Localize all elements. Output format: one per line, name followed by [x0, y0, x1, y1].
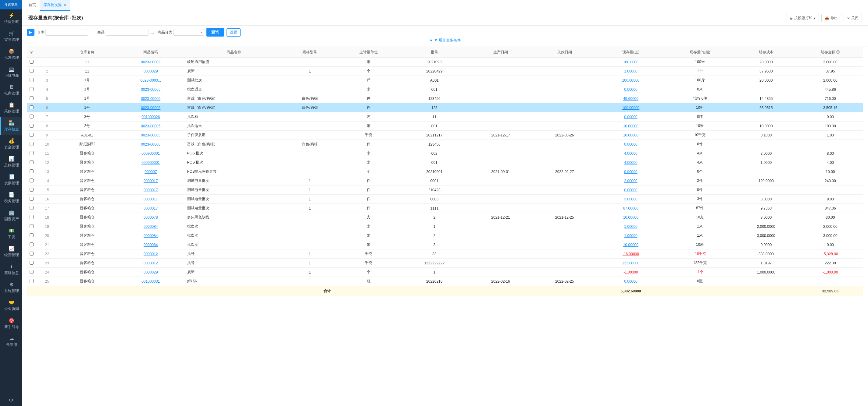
- tab-close-icon[interactable]: ✕: [63, 3, 66, 7]
- row-qty-main[interactable]: 122.00000: [596, 259, 665, 268]
- row-goods-code[interactable]: 0000012: [116, 259, 185, 268]
- sidebar-item-small-ecom[interactable]: 💻 小额电商: [0, 63, 22, 81]
- sidebar-item-retail[interactable]: 🛒 零售管理: [0, 27, 22, 45]
- row-qty-main[interactable]: 87.00000: [596, 204, 665, 213]
- row-qty-main[interactable]: 2.00000: [596, 176, 665, 185]
- table-row[interactable]: 8 2号 0023-00005 批次适当 米 001 10.00000 10米 …: [27, 122, 863, 131]
- row-goods-code[interactable]: 0000084: [116, 222, 185, 231]
- expand-conditions[interactable]: ▼ ▼ 展开更多条件: [27, 37, 863, 44]
- row-qty-main[interactable]: 1.00000: [596, 222, 665, 231]
- search-button[interactable]: 查询: [207, 28, 224, 37]
- table-row[interactable]: 19 晋客粮仓 0000084 批次次 米 1 1.00000 1米 2,000…: [27, 222, 863, 231]
- row-checkbox[interactable]: [27, 222, 36, 231]
- row-goods-code[interactable]: 000097: [116, 167, 185, 176]
- row-checkbox[interactable]: [27, 240, 36, 249]
- table-row[interactable]: 25 晋客粮仓 001000031 鲜鸡A 瓶 20220216 2022-02…: [27, 277, 863, 286]
- sidebar-item-biz-mgmt[interactable]: 📈 经营管理: [0, 243, 22, 261]
- row-goods-code[interactable]: 0023-00005: [116, 85, 185, 94]
- sidebar-item-payroll[interactable]: 💵 工资: [0, 225, 22, 243]
- close-button[interactable]: ✕ 关闭: [844, 14, 862, 22]
- sidebar-item-inventory[interactable]: 🏪 库存核查: [0, 117, 22, 135]
- row-qty-main[interactable]: 100.0000: [596, 58, 665, 67]
- row-qty-main[interactable]: -1.00000: [596, 268, 665, 277]
- row-qty-main[interactable]: 10.00000: [596, 131, 665, 140]
- table-row[interactable]: 21 晋客粮仓 0000084 批次次 米 3 10.00000 10米 0.0…: [27, 240, 863, 249]
- sidebar-item-fixed-assets[interactable]: 🏢 固定资产: [0, 207, 22, 225]
- row-qty-main[interactable]: 49.60000: [596, 94, 665, 103]
- row-checkbox[interactable]: [27, 131, 36, 140]
- row-goods-code[interactable]: 0023-00005: [116, 122, 185, 131]
- row-qty-main[interactable]: 10.00000: [596, 213, 665, 222]
- row-goods-code[interactable]: 0000084: [116, 240, 185, 249]
- table-row[interactable]: 22 晋客粮仓 0000012 批号 1 千克 33 -16.00000 -16…: [27, 249, 863, 259]
- row-checkbox[interactable]: [27, 149, 36, 158]
- table-row[interactable]: 12 晋客粮仓 000900001 POS 批次 米 001 4.00000 4…: [27, 158, 863, 167]
- sidebar-logo[interactable]: 搜索菜单: [0, 0, 22, 9]
- goods-input[interactable]: [106, 29, 149, 36]
- row-checkbox[interactable]: [27, 176, 36, 185]
- expand-button[interactable]: ▶: [27, 29, 34, 36]
- row-qty-main[interactable]: 0.00000: [596, 277, 665, 286]
- row-goods-code[interactable]: 0000029: [116, 268, 185, 277]
- table-row[interactable]: 24 晋客粮仓 0000029 展际 1 个 1 -1.00000 -1个 1,…: [27, 268, 863, 277]
- table-row[interactable]: 10 测试选择2 0023-00008 富诚（白色/奶棕） 白色/奶棕 件 12…: [27, 140, 863, 149]
- row-qty-main[interactable]: 0.00000: [596, 112, 665, 122]
- row-qty-main[interactable]: 10.00000: [596, 122, 665, 131]
- row-goods-code[interactable]: 0023-00005: [116, 131, 185, 140]
- row-checkbox[interactable]: [27, 277, 36, 286]
- table-row[interactable]: 7 2号 001000026 批次框 吨 11 0.00000 0吨 0.00: [27, 112, 863, 122]
- row-goods-code[interactable]: 0000078: [116, 213, 185, 222]
- row-checkbox[interactable]: [27, 67, 36, 76]
- sidebar-item-quick-nav[interactable]: ⚡ 快捷导航: [0, 9, 22, 27]
- row-goods-code[interactable]: 001000026: [116, 112, 185, 122]
- table-row[interactable]: 3 1号 0023-0000... 测试批次 斤 A001 100.00000 …: [27, 76, 863, 85]
- row-goods-code[interactable]: 0000017: [116, 204, 185, 213]
- sidebar-item-new-guide[interactable]: 🎯 新手引导: [0, 315, 22, 333]
- warehouse-input[interactable]: [45, 29, 88, 36]
- settings-button[interactable]: 设置: [226, 28, 241, 37]
- row-qty-main[interactable]: 100.00000: [596, 76, 665, 85]
- table-row[interactable]: 2 11 0000029 展际 1 个 20220429 1.00000 1个 …: [27, 67, 863, 76]
- tab-home[interactable]: 首页: [25, 0, 40, 11]
- table-row[interactable]: 9 A01-01 0023-00005 子件保质期 千克 20211217 20…: [27, 131, 863, 140]
- row-goods-code[interactable]: 0023-00009: [116, 58, 185, 67]
- row-checkbox[interactable]: [27, 94, 36, 103]
- category-select[interactable]: [174, 29, 204, 36]
- row-goods-code[interactable]: 0000084: [116, 231, 185, 240]
- table-row[interactable]: 15 晋客粮仓 0000017 测试电量批次 1 件 210423 0.0000…: [27, 185, 863, 195]
- row-goods-code[interactable]: 0000012: [116, 249, 185, 259]
- table-row[interactable]: 5 1号 0023-00005 富诚（白色/奶棕） 白色/奶棕 件 123456…: [27, 94, 863, 103]
- row-goods-code[interactable]: 0000017: [116, 185, 185, 195]
- table-row[interactable]: 17 晋客粮仓 0000017 测试电量批次 1 件 1111 87.00000…: [27, 204, 863, 213]
- row-qty-main[interactable]: 0.00000: [596, 185, 665, 195]
- row-goods-code[interactable]: 0023-00008: [116, 103, 185, 112]
- sidebar-item-basic-info[interactable]: ℹ 基础信息: [0, 261, 22, 279]
- row-checkbox[interactable]: [27, 195, 36, 204]
- row-qty-main[interactable]: -16.00000: [596, 249, 665, 259]
- sidebar-item-wholesale[interactable]: 📦 批发管理: [0, 45, 22, 63]
- row-goods-code[interactable]: 0023-00005: [116, 94, 185, 103]
- row-checkbox[interactable]: [27, 158, 36, 167]
- table-row[interactable]: 16 晋客粮仓 0000017 测试电量批次 1 件 0003 3.00000 …: [27, 195, 863, 204]
- row-goods-code[interactable]: 000900001: [116, 149, 185, 158]
- row-qty-main[interactable]: 1.00000: [596, 67, 665, 76]
- sidebar-item-tax[interactable]: 📑 税务管理: [0, 189, 22, 207]
- row-goods-code[interactable]: 0023-00008: [116, 140, 185, 149]
- row-checkbox[interactable]: [27, 76, 36, 85]
- row-qty-main[interactable]: 1.00000: [596, 231, 665, 240]
- table-row[interactable]: 18 晋客粮仓 0000078 多头黑色软线 支 2 2021-12-21 20…: [27, 213, 863, 222]
- sidebar-item-enterprise[interactable]: 🤝 企业协同: [0, 297, 22, 315]
- table-row[interactable]: 11 晋客粮仓 000900001 POS 批次 米 002 4.00000 4…: [27, 149, 863, 158]
- row-qty-main[interactable]: 100.00000: [596, 103, 665, 112]
- row-checkbox[interactable]: [27, 140, 36, 149]
- row-checkbox[interactable]: [27, 185, 36, 195]
- row-checkbox[interactable]: [27, 103, 36, 112]
- table-row[interactable]: 14 晋客粮仓 0000017 测试电量批次 1 件 0001 2.00000 …: [27, 176, 863, 185]
- table-row[interactable]: 13 晋客粮仓 000097 POS显示率保异常 个 20210901 2021…: [27, 167, 863, 176]
- sidebar-settings[interactable]: ⚙: [0, 394, 22, 406]
- row-qty-main[interactable]: 4.00000: [596, 149, 665, 158]
- table-row[interactable]: 4 1号 0023-00005 批次适当 米 001 0.00000 0米 44…: [27, 85, 863, 94]
- row-goods-code[interactable]: 0023-0000...: [116, 76, 185, 85]
- row-goods-code[interactable]: 0000017: [116, 176, 185, 185]
- row-checkbox[interactable]: [27, 249, 36, 259]
